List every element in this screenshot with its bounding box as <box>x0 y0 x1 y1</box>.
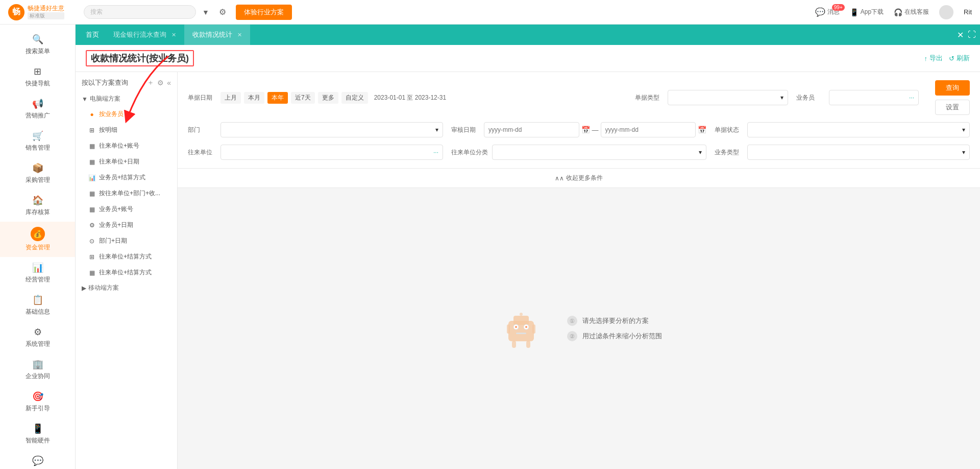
panel-item-partner-dept-collect[interactable]: ▦ 按往来单位+部门+收... <box>76 185 177 201</box>
dept-label: 部门 <box>188 126 216 134</box>
collapse-more-btn[interactable]: ∧∧ 收起更多条件 <box>555 174 603 182</box>
partner-category-chevron-icon: ▾ <box>699 149 702 156</box>
mobile-section-title[interactable]: ▶ 移动端方案 <box>76 280 177 295</box>
date-pills: 上月 本月 本年 近7天 更多 自定义 <box>220 92 368 104</box>
sidebar-item-corp-wechat[interactable]: 💬 企业微信 <box>0 450 75 469</box>
date-pill-7days[interactable]: 近7天 <box>291 92 315 104</box>
message-btn[interactable]: 💬 消息 99+ <box>815 7 840 17</box>
dept-select[interactable]: ▾ <box>220 122 443 137</box>
svg-rect-10 <box>512 341 516 348</box>
panel-item-dept-date[interactable]: ⊙ 部门+日期 <box>76 233 177 249</box>
table-icon-3: ▦ <box>88 190 96 198</box>
sidebar-item-sales[interactable]: 🛒 销售管理 <box>0 125 75 157</box>
filter-date-item: 单据日期 上月 本月 本年 近7天 更多 自定义 2023-01-01 至 20… <box>188 92 627 104</box>
tab-home[interactable]: 首页 <box>80 25 105 45</box>
global-search-bar[interactable]: 搜索 <box>84 5 196 19</box>
partner-more-icon[interactable]: ··· <box>433 149 438 156</box>
doc-status-select[interactable]: ▾ <box>747 122 970 137</box>
doc-type-label: 单据类型 <box>635 93 664 102</box>
sidebar-item-basic-info[interactable]: 📋 基础信息 <box>0 289 75 321</box>
panel-item-by-salesperson[interactable]: ● 按业务员 <box>76 106 177 122</box>
sidebar-item-corp[interactable]: 🏢 企业协同 <box>0 354 75 386</box>
tab-bank-flow-close[interactable]: ✕ <box>172 32 176 38</box>
tab-bank-flow[interactable]: 现金银行流水查询 ✕ <box>105 25 184 45</box>
sidebar-item-operation[interactable]: 📊 经营管理 <box>0 257 75 289</box>
svg-rect-1 <box>513 316 529 325</box>
refresh-btn[interactable]: ↺ 刷新 <box>949 54 970 63</box>
guide-icon: 🎯 <box>32 391 43 402</box>
user-avatar[interactable] <box>939 5 953 19</box>
filter-settings-btn[interactable]: 设置 <box>935 100 970 115</box>
panel-item-salesperson-date[interactable]: ⚙ 业务员+日期 <box>76 217 177 233</box>
partner-category-select[interactable]: ▾ <box>492 145 706 160</box>
query-btn[interactable]: 查询 <box>935 80 970 96</box>
salesperson-select[interactable]: ··· <box>829 90 919 105</box>
user-name: Rit <box>964 8 972 16</box>
date-pill-this-month[interactable]: 本月 <box>244 92 264 104</box>
panel-item-partner-account[interactable]: ▦ 往来单位+账号 <box>76 138 177 154</box>
review-date-end-cal-btn[interactable]: 📅 <box>698 126 706 134</box>
review-date-start-cal-btn[interactable]: 📅 <box>581 126 590 134</box>
mobile-section-arrow: ▶ <box>82 285 86 292</box>
svg-rect-9 <box>532 324 535 334</box>
marketing-icon: 📢 <box>32 98 43 109</box>
panel-item-partner-settlement1[interactable]: ⊞ 往来单位+结算方式 <box>76 249 177 265</box>
biz-type-select[interactable]: ▾ <box>747 145 970 160</box>
main-body: 按以下方案查询 ＋ ⚙ « ▼ 电脑端方案 ● 按业务 <box>76 72 980 469</box>
panel-item-partner-settlement2[interactable]: ▦ 往来单位+结算方式 <box>76 265 177 280</box>
review-date-end-input[interactable] <box>601 122 696 137</box>
panel-item-salesperson-settlement[interactable]: 📊 业务员+结算方式 <box>76 170 177 185</box>
date-pill-custom[interactable]: 自定义 <box>341 92 368 104</box>
biz-type-chevron-icon: ▾ <box>962 149 965 156</box>
review-date-start-input[interactable] <box>484 122 579 137</box>
left-panel-collapse-btn[interactable]: « <box>167 78 171 87</box>
sidebar-item-purchase[interactable]: 📦 采购管理 <box>0 157 75 190</box>
filter-salesperson-item: 业务员 ··· <box>796 90 919 105</box>
doc-type-select[interactable]: ▾ <box>668 90 788 105</box>
panel-item-by-detail[interactable]: ⊞ 按明细 <box>76 122 177 138</box>
left-panel-settings-btn[interactable]: ⚙ <box>157 78 164 87</box>
date-pill-this-year[interactable]: 本年 <box>267 92 288 104</box>
svg-rect-11 <box>526 341 530 348</box>
logo-edition: 标准版 <box>28 12 64 19</box>
page-title: 收款情况统计(按业务员) <box>86 50 194 66</box>
partner-select[interactable]: ··· <box>220 145 443 160</box>
desktop-section-title[interactable]: ▼ 电脑端方案 <box>76 91 177 106</box>
date-pill-last-month[interactable]: 上月 <box>220 92 241 104</box>
try-industry-btn[interactable]: 体验行业方案 <box>236 5 292 20</box>
filter-actions: 查询 设置 <box>935 80 970 115</box>
header-dropdown-btn[interactable]: ▼ <box>202 8 209 16</box>
filter-row-3: 往来单位 ··· 往来单位分类 ▾ <box>188 145 970 160</box>
sidebar-item-smart-hw[interactable]: 📱 智能硬件 <box>0 418 75 450</box>
sidebar-item-quick-nav[interactable]: ⊞ 快捷导航 <box>0 61 75 93</box>
date-pill-more[interactable]: 更多 <box>318 92 338 104</box>
salesperson-more-btn[interactable]: ··· <box>909 94 914 101</box>
app-download-btn[interactable]: 📱 App下载 <box>850 8 884 16</box>
sales-icon: 🛒 <box>32 130 43 142</box>
header-gear-btn[interactable]: ⚙ <box>215 5 230 19</box>
export-btn[interactable]: ↑ 导出 <box>924 54 943 63</box>
sidebar-item-inventory[interactable]: 🏠 库存核算 <box>0 190 75 222</box>
filter-row-1: 单据日期 上月 本月 本年 近7天 更多 自定义 2023-01-01 至 20… <box>188 80 970 115</box>
panel-item-salesperson-account[interactable]: ▦ 业务员+账号 <box>76 201 177 217</box>
sidebar-item-marketing[interactable]: 📢 营销推广 <box>0 93 75 125</box>
tab-collection-stats[interactable]: 收款情况统计 ✕ <box>184 25 250 45</box>
header-right: 💬 消息 99+ 📱 App下载 🎧 在线客服 Rit <box>815 5 972 19</box>
tab-collection-stats-close[interactable]: ✕ <box>237 32 242 38</box>
empty-robot-illustration <box>496 303 547 354</box>
sidebar-item-guide[interactable]: 🎯 新手引导 <box>0 386 75 418</box>
filter-row-2: 部门 ▾ 审核日期 📅 <box>188 122 970 137</box>
logo-icon: 畅 <box>8 4 24 20</box>
online-service-btn[interactable]: 🎧 在线客服 <box>894 8 929 16</box>
panel-item-partner-date[interactable]: ▦ 往来单位+日期 <box>76 154 177 170</box>
left-panel-add-btn[interactable]: ＋ <box>147 78 154 87</box>
svg-point-5 <box>515 326 517 328</box>
sidebar-item-system[interactable]: ⚙ 系统管理 <box>0 321 75 354</box>
tab-close-all-btn[interactable]: ✕ <box>957 30 964 40</box>
filter-review-date-item: 审核日期 📅 — 📅 <box>451 122 706 137</box>
tab-maximize-btn[interactable]: ⛶ <box>968 30 976 40</box>
left-panel: 按以下方案查询 ＋ ⚙ « ▼ 电脑端方案 ● 按业务 <box>76 72 178 469</box>
sidebar-item-search-menu[interactable]: 🔍 搜索菜单 <box>0 29 75 61</box>
sidebar-item-finance[interactable]: 💰 资金管理 <box>0 222 75 257</box>
desktop-section-arrow: ▼ <box>82 96 88 103</box>
